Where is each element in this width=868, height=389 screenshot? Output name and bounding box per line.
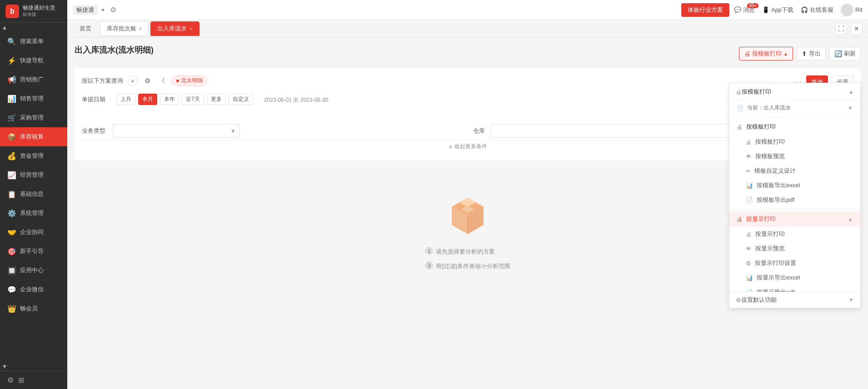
tab-home[interactable]: 首页 — [73, 21, 98, 36]
sidebar-item-wechat[interactable]: 💬 企业微信 — [0, 280, 67, 299]
dp-display-export-excel[interactable]: 📊 按显示导出excel — [729, 270, 860, 285]
sidebar-item-operations[interactable]: 📈 经营管理 — [0, 165, 67, 185]
tag-dot-icon — [176, 80, 179, 82]
app-download-btn[interactable]: 📱 App下载 — [762, 6, 793, 14]
phone-icon: 📱 — [762, 6, 769, 13]
sidebar-item-system[interactable]: ⚙️ 系统管理 — [0, 204, 67, 223]
template-print-btn[interactable]: 🖨 按模板打印 ▲ — [739, 47, 793, 60]
sidebar-item-member[interactable]: 👑 畅会员 — [0, 299, 67, 318]
dp-template-export-excel[interactable]: 📊 按模板导出excel — [729, 178, 860, 193]
tab-in-out-flow-close[interactable]: × — [190, 26, 192, 31]
logo-icon: b — [5, 5, 19, 18]
dp-template-custom[interactable]: ✏ 模板自定义设计 — [729, 164, 860, 178]
date-btn-this-month[interactable]: 本月 — [138, 94, 157, 105]
apps-icon: 🔲 — [7, 266, 16, 275]
user-name: 畅捷通 — [73, 5, 98, 15]
sidebar-item-inventory[interactable]: 📦 库存核算 — [0, 127, 67, 146]
filter-settings-icon[interactable]: ⚙ — [142, 76, 152, 86]
sidebar-bottom: ⚙ ⊞ — [0, 371, 67, 389]
settings-header-icon[interactable]: ⚙ — [110, 5, 116, 14]
refresh-icon: 🔄 — [834, 50, 842, 57]
guide-icon: 🎯 — [7, 247, 16, 256]
dp-template-print-header[interactable]: 🖨 按模板打印 — [729, 119, 860, 135]
sidebar-item-finance[interactable]: 💰 资金管理 — [0, 146, 67, 165]
maximize-window-btn[interactable]: ⛶ — [835, 23, 847, 35]
dp-display-export-pdf[interactable]: 📄 按显示导出pdf — [729, 285, 860, 292]
message-icon: 💬 — [734, 6, 741, 13]
biz-type-select[interactable]: ▼ — [113, 124, 240, 138]
filter-collapse-icon[interactable]: 《 — [157, 76, 167, 86]
dp-template-preview[interactable]: 👁 按模板预览 — [729, 149, 860, 164]
template-print-dropdown: 🖨 按模板打印 ▲ 📄 当前：出入库流水 ▼ 🖨 按模板打印 — [729, 83, 861, 308]
filter-biz-type-field: 业务类型 ▼ — [82, 124, 462, 138]
dp-display-preview[interactable]: 👁 按显示预览 — [729, 241, 860, 256]
chevron-down-icon[interactable]: ▼ — [100, 7, 105, 13]
collapse-sidebar-icon[interactable]: ⊞ — [18, 376, 24, 384]
message-btn[interactable]: 💬 消息 99+ — [734, 6, 755, 14]
header-right: 💬 消息 99+ 📱 App下载 🎧 在线客服 Rit — [734, 4, 863, 16]
dp-display-print-settings[interactable]: ⚙ 按显示打印设置 — [729, 256, 860, 270]
sidebar-nav: 🔍 搜索菜单 ⚡ 快捷导航 📢 营销推广 📊 销售管理 🛒 采购管理 📦 库存核… — [0, 32, 67, 362]
dp-excel-icon: 📊 — [746, 182, 753, 189]
close-window-btn[interactable]: ✕ — [851, 23, 863, 35]
avatar — [841, 4, 853, 16]
dp-footer[interactable]: ⚙ 设置默认功能 ▼ — [729, 292, 860, 308]
page-content: 出入库流水(流水明细) 🖨 按模板打印 ▲ ⬆ 导出 🔄 刷新 — [67, 37, 868, 389]
settings-gear-icon[interactable]: ⚙ — [7, 376, 14, 384]
date-label: 单据日期 — [82, 95, 109, 104]
export-icon: ⬆ — [802, 50, 807, 57]
export-btn[interactable]: ⬆ 导出 — [797, 47, 826, 60]
sidebar-item-marketing[interactable]: 📢 营销推广 — [0, 70, 67, 89]
flow-detail-tag[interactable]: 流水明细 — [171, 75, 208, 86]
warehouse-label: 仓库 — [473, 127, 487, 135]
sidebar-item-search[interactable]: 🔍 搜索菜单 — [0, 32, 67, 51]
app-logo: b 畅捷通好生意 标准版 — [0, 0, 67, 23]
date-btn-this-year[interactable]: 本年 — [160, 94, 179, 105]
system-icon: ⚙️ — [7, 209, 16, 218]
dp-current-template[interactable]: 📄 当前：出入库流水 ▼ — [729, 101, 860, 115]
scroll-up-btn[interactable]: ▲ — [0, 23, 9, 32]
filter-header-row: 按以下方案查询 + ⚙ 《 流水明细 — [82, 75, 794, 86]
corp-icon: 🤝 — [7, 228, 16, 237]
dp-preview-icon: 👁 — [746, 153, 752, 160]
date-btn-custom[interactable]: 自定义 — [229, 94, 253, 105]
refresh-btn[interactable]: 🔄 刷新 — [829, 47, 861, 60]
scroll-down-btn[interactable]: ▼ — [0, 362, 9, 371]
sidebar-item-base[interactable]: 📋 基础信息 — [0, 185, 67, 204]
trial-industry-btn[interactable]: 体验行业方案 — [681, 3, 729, 17]
search-icon: 🔍 — [7, 37, 16, 46]
tabs-bar: 首页 库存批次账 × 出入库流水 × ⛶ ✕ — [67, 20, 868, 37]
dp-display-print-action[interactable]: 🖨 按显示打印 — [729, 227, 860, 241]
sidebar-item-corp[interactable]: 🤝 企业协同 — [0, 223, 67, 242]
sidebar-item-sales[interactable]: 📊 销售管理 — [0, 89, 67, 108]
finance-icon: 💰 — [7, 151, 16, 160]
date-btn-last-month[interactable]: 上月 — [116, 94, 135, 105]
dp-current-icon: 📄 — [737, 105, 743, 111]
add-filter-btn[interactable]: + — [128, 76, 138, 86]
sidebar-item-guide[interactable]: 🎯 新手引导 — [0, 242, 67, 261]
date-btn-more[interactable]: 更多 — [207, 94, 226, 105]
page-title: 出入库流水(流水明细) — [75, 45, 154, 55]
shortcut-icon: ⚡ — [7, 56, 16, 65]
dp-display-print-icon: 🖨 — [737, 216, 743, 223]
dp-display-print-header[interactable]: 🖨 按显示打印 ▲ — [729, 211, 860, 227]
dp-template-print-action[interactable]: 🖨 按模板打印 — [729, 135, 860, 149]
online-service-btn[interactable]: 🎧 在线客服 — [801, 6, 833, 14]
sidebar-item-shortcut[interactable]: ⚡ 快捷导航 — [0, 51, 67, 70]
user-avatar-btn[interactable]: Rit — [841, 4, 863, 16]
print-icon: 🖨 — [744, 50, 750, 57]
dp-footer-chevron: ▼ — [848, 297, 854, 303]
sidebar-item-apps[interactable]: 🔲 应用中心 — [0, 261, 67, 280]
tab-inventory-batch[interactable]: 库存批次账 × — [100, 21, 149, 36]
tab-inventory-batch-close[interactable]: × — [139, 26, 142, 31]
tab-in-out-flow[interactable]: 出入库流水 × — [150, 21, 199, 36]
collapse-up-icon: ∧ — [449, 144, 453, 150]
sidebar-item-purchase[interactable]: 🛒 采购管理 — [0, 108, 67, 127]
date-btn-7days[interactable]: 近7天 — [182, 94, 204, 105]
date-options: 上月 本月 本年 近7天 更多 自定义 — [116, 94, 253, 105]
biz-type-label: 业务类型 — [82, 127, 109, 135]
filter-tag-area: 流水明细 — [171, 75, 208, 86]
dp-template-export-pdf[interactable]: 📄 按模板导出pdf — [729, 193, 860, 207]
member-icon: 👑 — [7, 304, 16, 313]
dp-divider-1 — [729, 117, 860, 117]
